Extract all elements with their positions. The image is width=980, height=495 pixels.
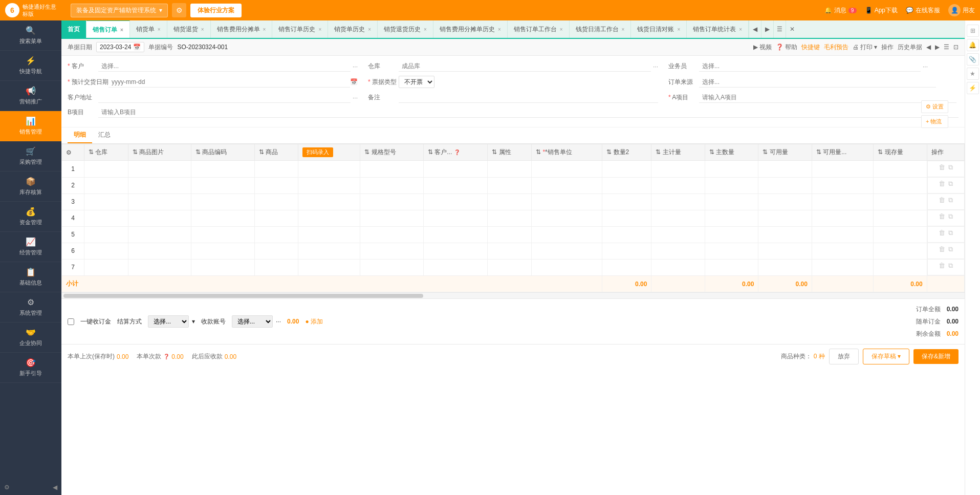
- address-dots[interactable]: ···: [353, 94, 358, 101]
- sidebar-item-marketing[interactable]: 📢 营销推广: [0, 81, 61, 111]
- delete-icon[interactable]: 🗑: [939, 196, 945, 207]
- page-next-btn[interactable]: ▶: [935, 44, 940, 51]
- delete-icon[interactable]: 🗑: [939, 163, 945, 175]
- th-spec[interactable]: ⇅ 规格型号: [360, 144, 423, 161]
- order-source-input[interactable]: [699, 77, 936, 88]
- tab-detail[interactable]: 明细: [68, 127, 92, 143]
- sidebar-item-purchase[interactable]: 🛒 采购管理: [0, 141, 61, 171]
- save-draft-btn[interactable]: 保存草稿 ▾: [863, 349, 909, 364]
- sidebar-settings-icon[interactable]: ⚙: [4, 484, 10, 491]
- th-qty2[interactable]: ⇅ 数量2: [602, 144, 651, 161]
- sidebar-item-operation[interactable]: 📈 经营管理: [0, 232, 61, 262]
- history-btn[interactable]: 历史单据: [898, 43, 922, 52]
- tab-close-icon[interactable]: ×: [424, 27, 427, 32]
- tab-sales-return-history[interactable]: 销货退货历史 ×: [378, 20, 433, 38]
- tab-close-icon[interactable]: ×: [677, 27, 680, 32]
- operation-btn[interactable]: 操作: [881, 43, 894, 52]
- notification-btn[interactable]: 🔔 消息 9: [824, 6, 857, 15]
- right-panel-icon-1[interactable]: ⊞: [967, 25, 979, 37]
- delete-icon[interactable]: 🗑: [939, 229, 945, 240]
- copy-icon[interactable]: ⧉: [948, 245, 953, 256]
- tab-summary[interactable]: 汇总: [92, 127, 117, 143]
- copy-icon[interactable]: ⧉: [948, 229, 953, 240]
- th-main-unit[interactable]: ⇅ 主计量: [651, 144, 705, 161]
- sidebar-item-system[interactable]: ⚙ 系统管理: [0, 292, 61, 322]
- industry-btn[interactable]: 体验行业方案: [190, 4, 242, 17]
- th-available2[interactable]: ⇅ 可用量...: [812, 144, 873, 161]
- tab-close-icon[interactable]: ×: [498, 27, 501, 32]
- b-project-input[interactable]: [98, 107, 959, 118]
- customer-dots[interactable]: ···: [353, 63, 358, 70]
- settings-button[interactable]: ⚙: [172, 3, 186, 17]
- delete-icon[interactable]: 🗑: [939, 262, 945, 273]
- print-btn[interactable]: 🖨 打印 ▾: [853, 43, 877, 52]
- tab-sales-order-workbench[interactable]: 销售订单工作台 ×: [508, 20, 570, 38]
- sidebar-item-sales[interactable]: 📊 销售管理: [0, 111, 61, 141]
- discard-btn[interactable]: 放弃: [829, 349, 859, 364]
- th-scan[interactable]: 扫码录入: [298, 144, 360, 161]
- address-input[interactable]: [98, 92, 351, 103]
- tab-sales-order[interactable]: 销售订单 ×: [86, 20, 130, 38]
- right-panel-icon-4[interactable]: ★: [967, 68, 979, 80]
- th-attribute[interactable]: ⇅ 属性: [488, 144, 532, 161]
- payment-select[interactable]: 选择...: [148, 315, 189, 328]
- sidebar-item-finance[interactable]: 💰 资金管理: [0, 202, 61, 232]
- remark-input[interactable]: [399, 92, 658, 103]
- tab-cash-reconciliation[interactable]: 钱货日清对账 ×: [631, 20, 687, 38]
- tab-home[interactable]: 首页: [61, 20, 86, 38]
- th-current-stock[interactable]: ⇅ 现存量: [874, 144, 927, 161]
- account-select[interactable]: 选择...: [232, 315, 273, 328]
- table-scrollbar[interactable]: [61, 292, 965, 298]
- sidebar-item-inventory[interactable]: 📦 库存核算: [0, 171, 61, 202]
- tab-close-icon[interactable]: ×: [263, 27, 266, 32]
- right-panel-icon-5[interactable]: ⚡: [967, 82, 979, 94]
- sidebar-collapse-icon[interactable]: ◀: [53, 484, 57, 491]
- shortcut-btn[interactable]: 快捷键: [801, 43, 820, 52]
- sidebar-item-guide[interactable]: 🎯 新手引导: [0, 353, 61, 383]
- tab-prev-btn[interactable]: ◀: [749, 20, 761, 38]
- account-dots[interactable]: ···: [276, 318, 281, 325]
- tab-sales-expense[interactable]: 销售费用分摊单 ×: [211, 20, 273, 38]
- save-new-btn[interactable]: 保存&新增: [913, 349, 959, 364]
- tab-sales-bill[interactable]: 销货单 ×: [130, 20, 167, 38]
- salesperson-dots[interactable]: ···: [923, 63, 928, 70]
- tab-close-icon[interactable]: ×: [318, 27, 321, 32]
- delivery-input[interactable]: [108, 77, 350, 88]
- th-image[interactable]: ⇅ 商品图片: [128, 144, 191, 161]
- system-selector[interactable]: 装备及固定资产辅助管理系统 ▾: [71, 4, 168, 17]
- view-mode-btn[interactable]: ☰: [944, 44, 949, 51]
- tab-menu-btn[interactable]: ☰: [773, 20, 786, 38]
- warehouse-dots[interactable]: ···: [653, 63, 658, 70]
- tab-close-icon[interactable]: ×: [120, 27, 123, 33]
- sidebar-item-quicknav[interactable]: ⚡ 快捷导航: [0, 51, 61, 81]
- copy-icon[interactable]: ⧉: [948, 196, 953, 207]
- customer-input[interactable]: [98, 61, 351, 72]
- app-download-btn[interactable]: 📱 App下载: [865, 6, 898, 15]
- tab-sales-bill-history[interactable]: 销货单历史 ×: [328, 20, 378, 38]
- tab-sales-expense-history[interactable]: 销售费用分摊单历史 ×: [433, 20, 508, 38]
- th-available1[interactable]: ⇅ 可用量: [758, 144, 812, 161]
- th-product[interactable]: ⇅ 商品: [254, 144, 298, 161]
- right-panel-icon-3[interactable]: 📎: [967, 53, 979, 66]
- add-col-float-btn[interactable]: + 物流: [921, 115, 948, 128]
- fullscreen-btn[interactable]: ⊡: [953, 44, 959, 51]
- delete-icon[interactable]: 🗑: [939, 245, 945, 256]
- tab-close-icon[interactable]: ×: [560, 27, 563, 32]
- th-customer-code[interactable]: ⇅ 客户... ❓: [423, 144, 488, 161]
- online-service-btn[interactable]: 💬 在线客服: [906, 6, 940, 15]
- th-main-qty[interactable]: ⇅ 主数量: [705, 144, 758, 161]
- user-btn[interactable]: 👤 用友: [948, 4, 975, 16]
- tab-close-icon[interactable]: ×: [201, 27, 204, 32]
- sidebar-item-basic[interactable]: 📋 基础信息: [0, 262, 61, 292]
- sidebar-item-search[interactable]: 🔍 搜索菜单: [0, 20, 61, 51]
- tab-sales-return[interactable]: 销货退货 ×: [167, 20, 211, 38]
- one-click-checkbox[interactable]: [68, 318, 74, 325]
- delete-icon[interactable]: 🗑: [939, 212, 945, 224]
- tab-close-icon[interactable]: ×: [739, 27, 742, 32]
- copy-icon[interactable]: ⧉: [948, 262, 953, 273]
- th-settings[interactable]: ⚙: [62, 144, 84, 161]
- sidebar-item-enterprise[interactable]: 🤝 企业协同: [0, 322, 61, 353]
- tab-close-icon[interactable]: ×: [622, 27, 625, 32]
- view-btn[interactable]: ▶ 视频: [753, 43, 772, 52]
- add-btn[interactable]: ● 添加: [305, 317, 322, 326]
